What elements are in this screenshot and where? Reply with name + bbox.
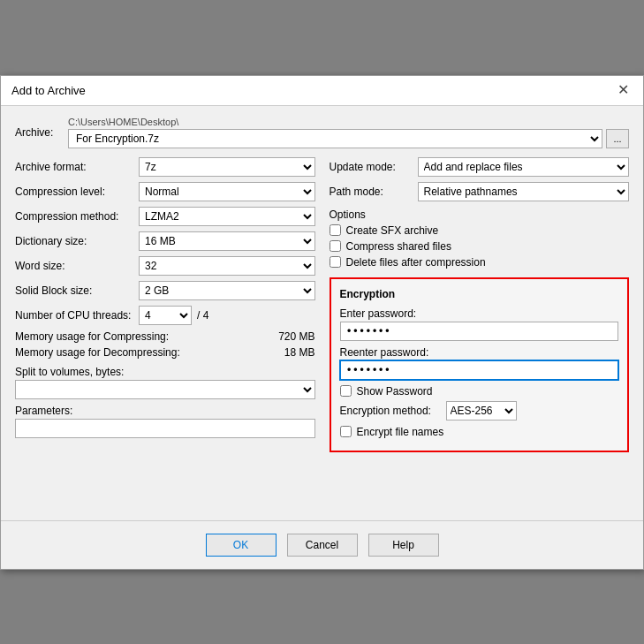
compression-level-row: Compression level: NormalStoreFastMaximu… <box>15 182 315 201</box>
archive-path-hint: C:\Users\HOME\Desktop\ <box>68 117 629 127</box>
word-size-row: Word size: 321664 <box>15 256 315 276</box>
cpu-threads-row: Number of CPU threads: 4128 / 4 <box>15 306 315 325</box>
encryption-box: Encryption Enter password: Reenter passw… <box>330 277 630 452</box>
compression-level-select[interactable]: NormalStoreFastMaximum <box>139 182 315 201</box>
main-content: Archive format: 7zziptargzip Compression… <box>15 157 629 452</box>
encrypt-filenames-label: Encrypt file names <box>357 426 444 438</box>
delete-after-checkbox[interactable] <box>330 256 341 268</box>
path-mode-select[interactable]: Relative pathnames Absolute pathnames No… <box>418 182 630 201</box>
compress-shared-label: Compress shared files <box>346 240 451 253</box>
cancel-button[interactable]: Cancel <box>287 534 358 557</box>
ok-button[interactable]: OK <box>206 534 277 557</box>
show-password-label: Show Password <box>357 385 433 398</box>
dictionary-size-label: Dictionary size: <box>15 235 139 247</box>
solid-block-size-row: Solid Block size: 2 GB1 GB4 GB <box>15 281 315 300</box>
archive-row: Archive: C:\Users\HOME\Desktop\ For Encr… <box>15 117 629 148</box>
archive-format-label: Archive format: <box>15 161 139 173</box>
solid-block-size-select[interactable]: 2 GB1 GB4 GB <box>139 281 315 300</box>
encrypt-filenames-row: Encrypt file names <box>340 426 619 438</box>
compression-level-label: Compression level: <box>15 186 139 198</box>
memory-decompress-row: Memory usage for Decompressing: 18 MB <box>15 346 315 359</box>
memory-decompress-label: Memory usage for Decompressing: <box>15 346 262 359</box>
enter-password-label: Enter password: <box>340 307 619 320</box>
encryption-method-row: Encryption method: AES-256 ZipCrypto <box>340 401 619 420</box>
options-group: Options Create SFX archive Compress shar… <box>330 208 630 269</box>
update-mode-label: Update mode: <box>330 161 418 173</box>
options-title: Options <box>330 208 630 221</box>
memory-compress-value: 720 MB <box>262 330 315 343</box>
browse-button[interactable]: ... <box>606 129 629 148</box>
show-password-row: Show Password <box>340 385 619 398</box>
dictionary-size-row: Dictionary size: 16 MB8 MB32 MB <box>15 231 315 251</box>
create-sfx-checkbox[interactable] <box>330 224 341 236</box>
archive-path-select[interactable]: For Encryption.7z <box>68 129 602 148</box>
show-password-checkbox[interactable] <box>340 385 352 397</box>
cpu-threads-select[interactable]: 4128 <box>139 306 192 325</box>
archive-path-row: For Encryption.7z ... <box>68 129 629 148</box>
split-volumes-select[interactable] <box>15 380 315 399</box>
left-panel: Archive format: 7zziptargzip Compression… <box>15 157 315 452</box>
update-mode-select[interactable]: Add and replace files Update and add fil… <box>418 157 630 177</box>
compression-method-row: Compression method: LZMA2LZMAPPMd <box>15 207 315 226</box>
add-to-archive-dialog: Add to Archive ✕ Archive: C:\Users\HOME\… <box>0 75 644 570</box>
encryption-title: Encryption <box>340 288 619 300</box>
dictionary-size-select[interactable]: 16 MB8 MB32 MB <box>139 231 315 251</box>
dialog-footer: OK Cancel Help <box>1 520 643 569</box>
archive-format-row: Archive format: 7zziptargzip <box>15 157 315 177</box>
memory-decompress-value: 18 MB <box>262 346 315 359</box>
title-bar: Add to Archive ✕ <box>1 76 643 106</box>
memory-compress-label: Memory usage for Compressing: <box>15 330 262 343</box>
dialog-title: Add to Archive <box>11 84 86 97</box>
path-mode-row: Path mode: Relative pathnames Absolute p… <box>330 182 630 201</box>
word-size-label: Word size: <box>15 260 139 272</box>
cpu-max: / 4 <box>197 309 208 322</box>
create-sfx-row: Create SFX archive <box>330 224 630 237</box>
solid-block-size-label: Solid Block size: <box>15 284 139 297</box>
path-mode-label: Path mode: <box>330 186 418 198</box>
archive-label: Archive: <box>15 126 68 139</box>
encryption-method-select[interactable]: AES-256 ZipCrypto <box>446 401 517 420</box>
dialog-body: Archive: C:\Users\HOME\Desktop\ For Encr… <box>1 106 643 520</box>
enter-password-input[interactable] <box>340 322 619 341</box>
enter-password-row: Enter password: <box>340 307 619 341</box>
split-volumes-row: Split to volumes, bytes: <box>15 366 315 399</box>
parameters-label: Parameters: <box>15 405 315 417</box>
split-input-row <box>15 380 315 399</box>
compress-shared-checkbox[interactable] <box>330 240 341 252</box>
parameters-row: Parameters: <box>15 405 315 438</box>
help-button[interactable]: Help <box>368 534 439 557</box>
split-volumes-label: Split to volumes, bytes: <box>15 366 315 378</box>
archive-format-select[interactable]: 7zziptargzip <box>139 157 315 177</box>
encryption-method-label: Encryption method: <box>340 405 446 417</box>
reenter-password-row: Reenter password: <box>340 346 619 380</box>
compression-method-select[interactable]: LZMA2LZMAPPMd <box>139 207 315 226</box>
memory-compress-row: Memory usage for Compressing: 720 MB <box>15 330 315 343</box>
update-mode-row: Update mode: Add and replace files Updat… <box>330 157 630 177</box>
reenter-password-label: Reenter password: <box>340 346 619 359</box>
delete-after-row: Delete files after compression <box>330 256 630 269</box>
close-button[interactable]: ✕ <box>614 81 633 99</box>
compress-shared-row: Compress shared files <box>330 240 630 253</box>
create-sfx-label: Create SFX archive <box>346 224 439 237</box>
right-panel: Update mode: Add and replace files Updat… <box>330 157 630 452</box>
compression-method-label: Compression method: <box>15 210 139 223</box>
reenter-password-input[interactable] <box>340 360 619 380</box>
cpu-threads-label: Number of CPU threads: <box>15 309 139 322</box>
archive-path-group: C:\Users\HOME\Desktop\ For Encryption.7z… <box>68 117 629 148</box>
delete-after-label: Delete files after compression <box>346 256 486 269</box>
parameters-input[interactable] <box>15 419 315 438</box>
encrypt-filenames-checkbox[interactable] <box>340 426 352 437</box>
word-size-select[interactable]: 321664 <box>139 256 315 276</box>
